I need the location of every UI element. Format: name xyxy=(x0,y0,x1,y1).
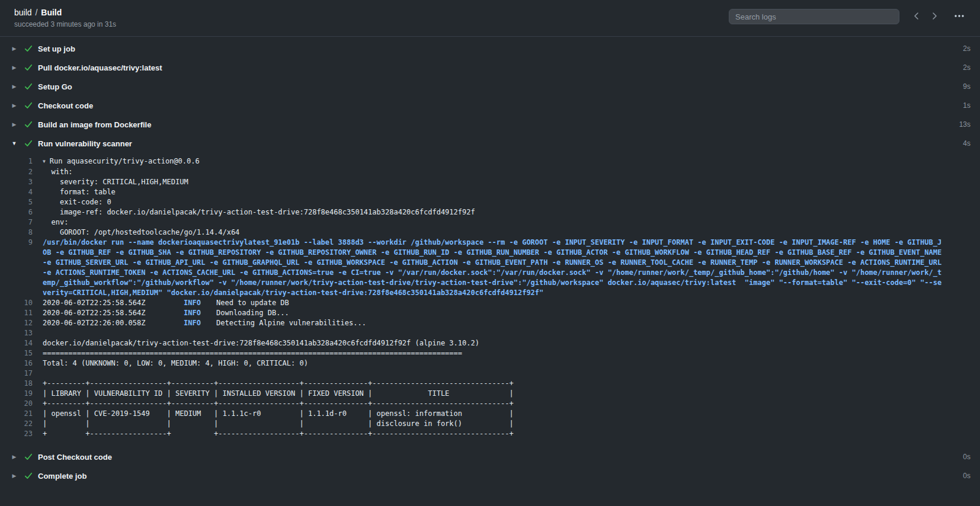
check-icon xyxy=(24,471,33,481)
log-line: 7 env: xyxy=(0,217,944,228)
log-line: 17 xyxy=(0,369,944,379)
next-match-button[interactable] xyxy=(925,9,943,24)
log-line-number[interactable]: 10 xyxy=(0,298,33,308)
step-caret-icon[interactable]: ▶ xyxy=(9,84,19,89)
log-line-content: ▼Run aquasecurity/trivy-action@0.0.6 xyxy=(43,156,944,167)
log-line-content: /usr/bin/docker run --name dockerioaquas… xyxy=(43,238,944,298)
step-duration: 2s xyxy=(963,63,971,72)
log-line-number[interactable]: 8 xyxy=(0,228,33,238)
step-duration: 4s xyxy=(963,139,971,148)
run-header-titles: build / Build succeeded 3 minutes ago in… xyxy=(14,8,116,28)
log-line-number[interactable]: 2 xyxy=(0,167,33,177)
log-timestamp: 2020-06-02T22:26:00.058Z xyxy=(43,318,184,328)
log-line: 12 2020-06-02T22:26:00.058ZINFODetecting… xyxy=(0,318,944,328)
log-line: 13 xyxy=(0,328,944,338)
step-name: Set up job xyxy=(38,44,75,53)
log-line-content: | openssl | CVE-2019-1549 | MEDIUM | 1.1… xyxy=(43,409,944,419)
log-line-number[interactable]: 15 xyxy=(0,348,33,358)
log-line: 21 | openssl | CVE-2019-1549 | MEDIUM | … xyxy=(0,409,944,419)
log-line-content: | | | | | | disclosure in fork() | xyxy=(43,419,944,429)
log-line-content: docker.io/danielpacak/trivy-action-test-… xyxy=(43,338,944,348)
step-caret-icon[interactable]: ▶ xyxy=(9,122,19,127)
step-section: ▶ Complete job 0s xyxy=(0,466,980,485)
log-line-number[interactable]: 7 xyxy=(0,217,33,228)
log-line-number[interactable]: 11 xyxy=(0,308,33,318)
step-row[interactable]: ▶ Pull docker.io/aquasec/trivy:latest 2s xyxy=(0,58,980,77)
group-caret-icon[interactable]: ▼ xyxy=(43,156,46,166)
run-header: build / Build succeeded 3 minutes ago in… xyxy=(0,0,980,37)
log-line: 3 severity: CRITICAL,HIGH,MEDIUM xyxy=(0,177,944,187)
run-status: succeeded 3 minutes ago in 31s xyxy=(14,20,116,28)
log-line: 2 with: xyxy=(0,167,944,177)
log-line-number[interactable]: 16 xyxy=(0,358,33,369)
log-line-number[interactable]: 4 xyxy=(0,187,33,197)
log-line-content: severity: CRITICAL,HIGH,MEDIUM xyxy=(43,177,944,187)
log-line: 4 format: table xyxy=(0,187,944,197)
log-toolbar xyxy=(729,9,971,24)
log-line-number[interactable]: 23 xyxy=(0,429,33,439)
log-line-number[interactable]: 20 xyxy=(0,399,33,409)
log-line-content: with: xyxy=(43,167,944,177)
log-line-content: exit-code: 0 xyxy=(43,197,944,207)
log-line-number[interactable]: 17 xyxy=(0,369,33,379)
step-caret-icon[interactable]: ▶ xyxy=(9,46,19,52)
log-line-number[interactable]: 21 xyxy=(0,409,33,419)
step-name: Build an image from Dockerfile xyxy=(38,120,151,129)
search-logs-input[interactable] xyxy=(729,9,899,24)
job-name: build xyxy=(14,8,32,17)
step-name: Pull docker.io/aquasec/trivy:latest xyxy=(38,63,162,72)
step-row[interactable]: ▶ Complete job 0s xyxy=(0,466,980,485)
log-line-content xyxy=(43,369,944,379)
step-row[interactable]: ▶ Post Checkout code 0s xyxy=(0,447,980,466)
log-line-number[interactable]: 12 xyxy=(0,318,33,328)
check-icon xyxy=(24,82,33,91)
log-line-number[interactable]: 3 xyxy=(0,177,33,187)
log-timestamp: 2020-06-02T22:25:58.564Z xyxy=(43,308,184,318)
step-row[interactable]: ▶ Setup Go 9s xyxy=(0,77,980,96)
log-line-content: | LIBRARY | VULNERABILITY ID | SEVERITY … xyxy=(43,389,944,399)
step-name: Post Checkout code xyxy=(38,453,112,462)
log-line-number[interactable]: 13 xyxy=(0,328,33,338)
log-line: 11 2020-06-02T22:25:58.564ZINFODownloadi… xyxy=(0,308,944,318)
step-caret-icon[interactable]: ▼ xyxy=(9,141,19,146)
step-row[interactable]: ▶ Set up job 2s xyxy=(0,39,980,58)
log-line-content: 2020-06-02T22:25:58.564ZINFODownloading … xyxy=(43,308,944,318)
log-line: 20 +---------+------------------+-------… xyxy=(0,399,944,409)
log-line-number[interactable]: 9 xyxy=(0,238,33,298)
log-settings-button[interactable] xyxy=(950,9,968,24)
log-line-number[interactable]: 19 xyxy=(0,389,33,399)
log-line-number[interactable]: 14 xyxy=(0,338,33,348)
log-line-content: + +------------------+ +----------------… xyxy=(43,429,944,439)
check-icon xyxy=(24,120,33,129)
step-caret-icon[interactable]: ▶ xyxy=(9,473,19,479)
log-line-number[interactable]: 18 xyxy=(0,379,33,389)
step-caret-icon[interactable]: ▶ xyxy=(9,103,19,108)
steps-list: ▶ Set up job 2s ▶ Pull docker.io/aquasec… xyxy=(0,37,980,485)
log-line-content: Total: 4 (UNKNOWN: 0, LOW: 0, MEDIUM: 4,… xyxy=(43,358,944,369)
step-section: ▶ Setup Go 9s xyxy=(0,77,980,96)
step-row[interactable]: ▶ Build an image from Dockerfile 13s xyxy=(0,115,980,134)
log-line-number[interactable]: 6 xyxy=(0,207,33,217)
log-line-number[interactable]: 1 xyxy=(0,156,33,167)
step-caret-icon[interactable]: ▶ xyxy=(9,65,19,71)
log-line-number[interactable]: 5 xyxy=(0,197,33,207)
log-line: 23 + +------------------+ +-------------… xyxy=(0,429,944,439)
previous-match-button[interactable] xyxy=(908,9,925,24)
breadcrumb-separator: / xyxy=(34,8,39,17)
log-line-number[interactable]: 22 xyxy=(0,419,33,429)
log-timestamp: 2020-06-02T22:25:58.564Z xyxy=(43,298,184,308)
log-line: 16 Total: 4 (UNKNOWN: 0, LOW: 0, MEDIUM:… xyxy=(0,358,944,369)
run-name: Build xyxy=(41,8,62,17)
step-duration: 9s xyxy=(963,82,971,91)
step-row[interactable]: ▼ Run vulnerability scanner 4s xyxy=(0,134,980,153)
page-title: build / Build xyxy=(14,8,116,17)
workflow-log-viewer: build / Build succeeded 3 minutes ago in… xyxy=(0,0,980,485)
step-row[interactable]: ▶ Checkout code 1s xyxy=(0,96,980,115)
log-line: 19 | LIBRARY | VULNERABILITY ID | SEVERI… xyxy=(0,389,944,399)
step-section: ▶ Build an image from Dockerfile 13s xyxy=(0,115,980,134)
log-line-content: format: table xyxy=(43,187,944,197)
log-line-content: 2020-06-02T22:25:58.564ZINFONeed to upda… xyxy=(43,298,944,308)
step-section: ▶ Set up job 2s xyxy=(0,39,980,58)
step-duration: 13s xyxy=(959,120,971,129)
step-caret-icon[interactable]: ▶ xyxy=(9,454,19,460)
